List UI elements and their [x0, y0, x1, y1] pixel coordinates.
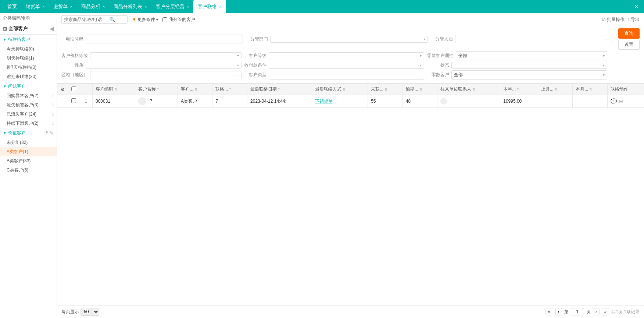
nav-tab-customer-contact[interactable]: 客户联络 ×	[193, 0, 226, 13]
dept-select[interactable]: ▾	[270, 36, 427, 43]
col-code[interactable]: 客户编码 ⇅	[93, 84, 135, 95]
price-level-select[interactable]: ▾	[90, 52, 242, 59]
sidebar: 🔍 ⊞ 全部客户 ◀ ▼ 待联络客户 今天待联络(0) 明天待联络(1) 近7天…	[0, 13, 57, 318]
sidebar-section-value[interactable]: ▼ 价值客户 ↺ ✎	[0, 128, 57, 138]
col-type[interactable]: 客户... ⇅	[178, 84, 212, 95]
customer-level-select[interactable]: ▾	[269, 52, 425, 59]
row-checkbox[interactable]	[71, 98, 76, 103]
sidebar-item-churn-warning[interactable]: 流失预警客户(3) ℹ	[0, 100, 57, 110]
nav-tab-analysis[interactable]: 商品分析 ×	[77, 0, 109, 13]
filter-cell-phone: 电话号码	[61, 35, 243, 43]
unit-contact-avatar	[440, 98, 447, 105]
col-last-date[interactable]: 最后联络日期 ⇅	[247, 84, 312, 95]
sidebar-item-unclassified[interactable]: 未分组(32)	[0, 138, 57, 147]
col-this-year[interactable]: 本年... ⇅	[500, 84, 538, 95]
close-customer-contact-tab[interactable]: ×	[219, 4, 221, 9]
filter-cell-status: 状态 ▾	[427, 62, 607, 69]
nav-tab-sales[interactable]: 销货单 ×	[21, 0, 49, 13]
collapse-sidebar-icon[interactable]: ◀	[50, 26, 54, 32]
sidebar-all-customers-header[interactable]: ⊞ 全部客户 ◀	[0, 23, 57, 35]
filter-more-btn[interactable]: ▼ 更多条件 ▾	[132, 17, 158, 23]
close-analysis-tab[interactable]: ×	[103, 4, 105, 9]
retail-arrow: ▾	[603, 73, 605, 77]
action-icons: 💬 ⊞	[611, 98, 641, 104]
filter-cell-retail: 零散客户 全部 ▾	[427, 70, 607, 80]
sidebar-item-class-a[interactable]: A类客户(1)	[0, 147, 57, 156]
sidebar-item-churned[interactable]: 已流失客户(24) ℹ	[0, 110, 57, 119]
first-page-btn[interactable]: «	[545, 308, 553, 315]
col-settings[interactable]: ⚙	[57, 84, 68, 95]
nav-tab-analysis-list[interactable]: 商品分析列表 ×	[109, 0, 151, 13]
retail-attr-arrow: ▾	[603, 54, 605, 58]
col-last-month[interactable]: 上月... ⇅	[538, 84, 573, 95]
sidebar-item-today[interactable]: 今天待联络(0)	[0, 45, 57, 54]
col-contact-count[interactable]: 联络... ⇅	[212, 84, 247, 95]
nav-tab-purchase[interactable]: 进货单 ×	[49, 0, 76, 13]
sidebar-search-input[interactable]	[3, 15, 57, 21]
prev-page-btn[interactable]: ‹	[555, 308, 562, 315]
row-contact-count-cell: 7	[212, 95, 247, 108]
person-input[interactable]: ···	[455, 35, 612, 43]
filter-row-4: 区域（地区） ··· 客户类型 零散客户 全部 ▾	[61, 70, 640, 80]
section-arrow-problem: ▼	[3, 84, 7, 88]
col-last-way[interactable]: 最后联络方式 ⇅	[312, 84, 368, 95]
region-input[interactable]: ···	[90, 71, 242, 79]
sidebar-item-overdue[interactable]: 逾期未联络(30)	[0, 72, 57, 81]
close-all-tabs[interactable]: ×	[635, 3, 638, 10]
nav-tab-home[interactable]: 首页	[3, 0, 21, 13]
last-page-btn[interactable]: »	[602, 308, 609, 315]
customer-type-input[interactable]	[269, 71, 425, 80]
col-unit-contact[interactable]: 往来单位联系人 ⇅	[437, 84, 500, 95]
nature-select[interactable]: ▾	[86, 62, 242, 69]
sidebar-section-problem[interactable]: ▼ 问题客户	[0, 81, 57, 91]
close-customer-tier-tab[interactable]: ×	[187, 4, 189, 9]
close-purchase-tab[interactable]: ×	[70, 4, 72, 9]
filter-search-input[interactable]	[64, 17, 108, 22]
col-no-contact[interactable]: 未联... ⇅	[368, 84, 403, 95]
sidebar-item-class-c[interactable]: C类客户(6)	[0, 166, 57, 175]
page-number-input[interactable]	[571, 308, 584, 315]
sidebar-item-declining[interactable]: 持续下滑客户(2) ℹ	[0, 119, 57, 128]
col-checkbox[interactable]	[68, 84, 79, 95]
filter-search-icon[interactable]: 🔍	[110, 17, 115, 22]
export-btn[interactable]: ↑ 导出	[627, 17, 640, 23]
refresh-value-icon[interactable]: ↺	[44, 130, 48, 136]
select-all-checkbox[interactable]	[71, 86, 76, 91]
col-name[interactable]: 客户名称 ⇅	[135, 84, 178, 95]
retail-select[interactable]: 全部 ▾	[451, 70, 607, 80]
retail-attr-select[interactable]: 全部 ▾	[456, 51, 607, 60]
sort-last-date: ⇅	[278, 87, 281, 91]
edit-value-icon[interactable]: ✎	[50, 130, 54, 136]
last-contact-way-link[interactable]: 下销货单	[315, 99, 333, 104]
next-page-btn[interactable]: ›	[593, 308, 600, 315]
filter-cell-retail-attr: 零散客户属性 全部 ▾	[427, 51, 607, 60]
query-btn[interactable]: 查询	[618, 28, 640, 39]
page-size-dropdown[interactable]: 50 100 200	[80, 308, 99, 316]
contact-action-icon[interactable]: 💬	[611, 98, 617, 104]
sort-this-month: ⇅	[589, 87, 592, 91]
mine-checkbox[interactable]	[162, 17, 167, 22]
phone-input[interactable]	[86, 35, 243, 43]
sidebar-item-7days[interactable]: 近7天待联络(0)	[0, 63, 57, 72]
status-select[interactable]: ▾	[451, 62, 607, 69]
sidebar-item-tomorrow[interactable]: 明天待联络(1)	[0, 54, 57, 63]
person-dots: ···	[606, 36, 610, 42]
row-action-cell: 💬 ⊞	[607, 95, 644, 108]
more-action-icon[interactable]: ⊞	[619, 98, 623, 104]
settings-btn[interactable]: 设置	[618, 40, 640, 50]
batch-op-btn[interactable]: ☑ 批量操作	[602, 17, 625, 23]
row-overdue-cell: 48	[402, 95, 437, 108]
col-this-month[interactable]: 本月... ⇅	[573, 84, 608, 95]
nav-tab-customer-tier[interactable]: 客户分层经营 ×	[151, 0, 193, 13]
col-overdue[interactable]: 逾期... ⇅	[402, 84, 437, 95]
payment-select[interactable]: ▾	[269, 62, 425, 69]
close-sales-tab[interactable]: ×	[42, 4, 44, 9]
row-last-way-cell[interactable]: 下销货单	[312, 95, 368, 108]
sidebar-section-pending[interactable]: ▼ 待联络客户	[0, 35, 57, 45]
close-analysis-list-tab[interactable]: ×	[144, 4, 147, 9]
filter-mine-checkbox[interactable]: 我分管的客户	[162, 17, 195, 23]
row-unit-contact-cell	[437, 95, 500, 108]
sidebar-item-class-b[interactable]: B类客户(33)	[0, 156, 57, 166]
sidebar-item-repurchase-abnormal[interactable]: 回购异常客户(2) ℹ	[0, 91, 57, 100]
row-checkbox-cell[interactable]	[68, 95, 79, 108]
